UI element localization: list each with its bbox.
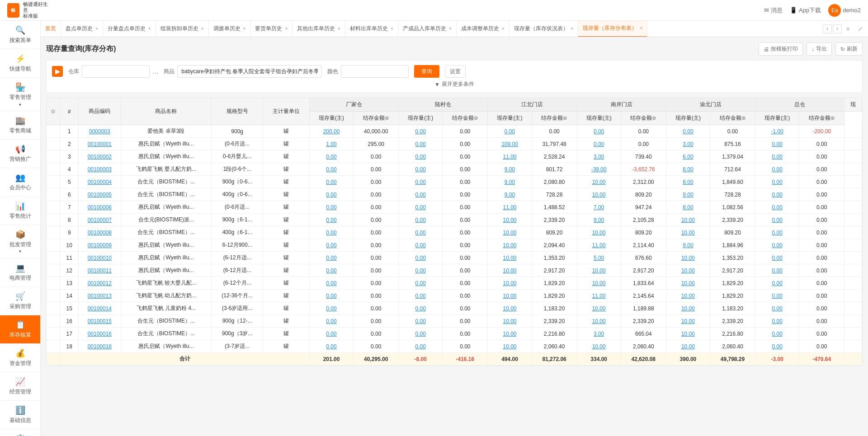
close-icon[interactable]: × (285, 26, 288, 31)
close-icon[interactable]: × (391, 26, 393, 31)
tab-stocktake[interactable]: 盘点单历史 × (61, 21, 103, 37)
user-area[interactable]: Ea demo2 (828, 4, 861, 17)
close-icon[interactable]: × (148, 26, 151, 31)
row-no: 10 (60, 239, 78, 252)
row-jiangbei-amt: 801.72 (532, 163, 577, 176)
warehouse-input[interactable] (82, 65, 150, 78)
sidebar-item-retail-stats[interactable]: 📊 零售统计 (0, 197, 40, 225)
row-changjia-qty: 0.00 (309, 252, 353, 264)
close-icon[interactable]: × (201, 26, 204, 31)
row-nanan-qty: 10.00 (577, 340, 621, 353)
sidebar-item-marketing[interactable]: 📢 营销推广 (0, 140, 40, 168)
row-more (844, 340, 862, 353)
close-icon[interactable]: × (95, 26, 98, 31)
tab-purchase-order[interactable]: 要货单历史 × (250, 21, 292, 37)
sidebar-item-purchase[interactable]: 🛒 采购管理 (0, 287, 40, 315)
row-zongcang-amt: 0.00 (799, 176, 844, 188)
tab-stock-status[interactable]: 现存量（库存状况表） × (509, 21, 579, 37)
close-icon[interactable]: × (571, 26, 574, 31)
query-btn[interactable]: 查询 (414, 65, 439, 78)
filter-expand-btn[interactable]: ▶ (52, 66, 63, 77)
row-zongcang-qty: -1.00 (755, 125, 799, 138)
row-settings (47, 290, 60, 302)
row-zongcang-qty: 0.00 (755, 138, 799, 150)
color-input[interactable] (341, 65, 409, 78)
settings-btn[interactable]: 设置 (445, 65, 466, 78)
table-row: 3 00100002 惠氏启赋（Wyeth illu... 0-6月婴儿... … (47, 150, 862, 163)
row-yubei-amt: 2,060.40 (710, 340, 755, 353)
table-row: 2 00100001 惠氏启赋（Wyeth illu... (0-6月适... … (47, 138, 862, 150)
tab-other-out[interactable]: 其他出库单历史 × (292, 21, 345, 37)
row-changjia-qty: 0.00 (309, 328, 353, 340)
sidebar-item-search[interactable]: 🔍 搜索英单 (0, 21, 40, 49)
row-nanan-qty: 10.00 (577, 176, 621, 188)
summary-nanan-qty: 334.00 (577, 353, 621, 366)
message-icon: ✉ (764, 7, 769, 14)
app-download-btn[interactable]: 📱 App下载 (790, 6, 821, 14)
row-spec: 900g（3岁... (212, 328, 263, 340)
sidebar-item-basic-info[interactable]: ℹ️ 基础信息 (0, 401, 40, 429)
tab-home[interactable]: 首页 (41, 21, 61, 37)
col-jiangbei-amt: 结存金额⊙ (532, 112, 577, 125)
sidebar-item-inventory[interactable]: 📋 库存核算 (0, 315, 40, 344)
goods-input[interactable] (177, 65, 322, 78)
sidebar-item-ecommerce[interactable]: 💻 电商管理 (0, 258, 40, 287)
row-yubei-amt: 728.28 (710, 188, 755, 201)
close-icon[interactable]: × (338, 26, 340, 31)
row-lucun-qty: 0.00 (399, 176, 443, 188)
expand-more-btn[interactable]: ▼ 展开更多条件 (52, 80, 857, 88)
tab-transfer[interactable]: 调拨单历史 × (209, 21, 251, 37)
tab-finished-in[interactable]: 产成品入库单历史 × (398, 21, 457, 37)
row-changjia-amt: 0.00 (354, 239, 399, 252)
print-btn[interactable]: 🖨 按模板打印 (759, 42, 803, 56)
col-unit-header: 主计量单位 (263, 98, 310, 125)
nav-close-all-btn[interactable]: × (843, 25, 854, 33)
tab-material-out[interactable]: 材料出库单历史 × (345, 21, 398, 37)
sidebar-item-member[interactable]: 👥 会员中心 (0, 168, 40, 197)
top-bar: 畅 畅捷通好生意 标准版 ✉ 消息 📱 App下载 Ea demo2 (0, 0, 868, 21)
tab-assembly[interactable]: 组装拆卸单历史 × (156, 21, 209, 37)
row-yubei-qty: 10.00 (666, 252, 710, 264)
tab-cost-adjust[interactable]: 成本调整单历史 × (457, 21, 509, 37)
data-table: ⚙ # 商品编码 商品名称 规格型号 主计量单位 厂家仓 陆村仓 江北门店 南岸… (47, 98, 862, 366)
row-name: 惠氏启赋（Wyeth illu... (121, 264, 211, 277)
close-icon[interactable]: × (243, 26, 246, 31)
lightning-icon: ⚡ (15, 54, 25, 64)
tab-stock-distribution[interactable]: 现存量（库存分布表） × (578, 21, 647, 37)
nav-next-btn[interactable]: › (833, 24, 842, 33)
summary-yubei-amt: 49,798.29 (710, 353, 755, 366)
refresh-btn[interactable]: ↻ 刷新 (835, 42, 863, 56)
close-icon[interactable]: × (449, 26, 452, 31)
sidebar-item-wholesale[interactable]: 📦 批发管理 (0, 225, 40, 258)
sidebar-item-finance[interactable]: 💰 资金管理 (0, 344, 40, 372)
sidebar-item-quicknav[interactable]: ⚡ 快捷导航 (0, 49, 40, 78)
col-no-header: # (60, 98, 78, 125)
row-lucun-qty: 0.00 (399, 252, 443, 264)
row-no: 16 (60, 315, 78, 328)
message-btn[interactable]: ✉ 消息 (764, 6, 783, 14)
sidebar-item-retail-mgmt[interactable]: 🏪 零售管理 (0, 78, 40, 111)
row-zongcang-amt: 0.00 (799, 302, 844, 315)
row-changjia-qty: 0.00 (309, 201, 353, 214)
logo-area: 畅 畅捷通好生意 标准版 (7, 1, 48, 19)
table-row: 7 00100006 惠氏启赋（Wyeth illu... (0-6月适... … (47, 201, 862, 214)
table-settings-icon[interactable]: ⚙ (51, 108, 56, 115)
row-more (844, 264, 862, 277)
row-jiangbei-amt: 1,488.52 (532, 201, 577, 214)
warehouse-more-btn[interactable]: ... (152, 67, 158, 75)
close-icon[interactable]: × (502, 26, 505, 31)
sidebar-item-retail-mall[interactable]: 🏬 零售商城 (0, 111, 40, 140)
export-btn[interactable]: ↓ 导出 (807, 42, 832, 56)
row-jiangbei-amt: 1,829.20 (532, 290, 577, 302)
row-zongcang-qty: 0.00 (755, 214, 799, 226)
row-lucun-amt: 0.00 (443, 163, 488, 176)
nav-prev-btn[interactable]: ‹ (823, 24, 832, 33)
row-more (844, 277, 862, 290)
sidebar-item-operation[interactable]: 📈 经营管理 (0, 372, 40, 401)
nav-expand-btn[interactable]: ⤢ (854, 26, 866, 32)
close-icon[interactable]: × (640, 26, 642, 31)
tab-weight-stocktake[interactable]: 分量盘点单历史 × (103, 21, 156, 37)
row-changjia-amt: 0.00 (354, 277, 399, 290)
sidebar-item-system[interactable]: ⚙️ 系统管理 (0, 429, 40, 436)
row-changjia-amt: 0.00 (354, 290, 399, 302)
